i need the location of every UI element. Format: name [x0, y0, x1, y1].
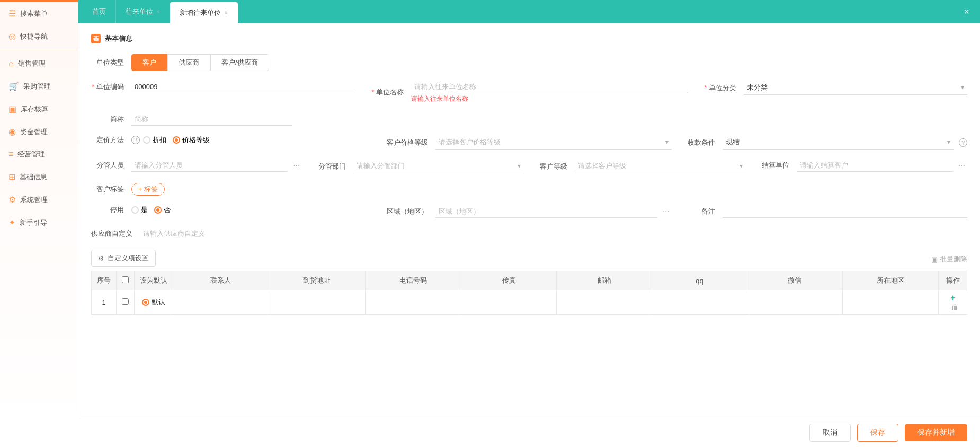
payment-value: 现结 [726, 137, 740, 147]
add-tag-btn[interactable]: + 标签 [131, 183, 165, 196]
row-contact-input[interactable] [179, 299, 263, 306]
name-error-msg: 请输入往来单位名称 [411, 94, 688, 103]
abbr-label: 简称 [91, 115, 128, 124]
tab-home[interactable]: 首页 [83, 0, 116, 23]
disabled-field: 停用 是 否 [91, 205, 376, 215]
supplier-custom-input[interactable] [140, 227, 314, 240]
row-index: 1 [92, 290, 117, 315]
add-row-btn[interactable]: + [950, 293, 955, 302]
pricing-row: 定价方法 ? 折扣 价格等级 客户价格等级 请选择客户价格等级 [91, 135, 967, 150]
save-new-button[interactable]: 保存并新增 [905, 424, 967, 441]
category-value: 未分类 [747, 83, 768, 92]
code-input[interactable] [131, 81, 355, 93]
close-partner-list-icon[interactable]: × [156, 8, 160, 15]
disabled-radio-yes-circle [131, 206, 139, 214]
th-fax: 传真 [461, 271, 557, 290]
disabled-radio-no[interactable]: 否 [154, 205, 171, 215]
settlement-dots-btn[interactable]: ··· [956, 161, 967, 170]
th-operation: 操作 [939, 271, 967, 290]
settlement-input[interactable] [797, 159, 953, 172]
th-wechat: 微信 [747, 271, 842, 290]
th-default: 设为默认 [135, 271, 173, 290]
cancel-button[interactable]: 取消 [809, 424, 851, 442]
tab-new-partner[interactable]: 新增往来单位 × [170, 2, 238, 23]
pricing-help-icon[interactable]: ? [131, 136, 140, 144]
customer-price-label: 客户价格等级 [387, 138, 432, 147]
batch-delete-btn[interactable]: ▣ 批量删除 [931, 255, 967, 264]
customer-price-field: 客户价格等级 请选择客户价格等级 ▾ [387, 135, 672, 150]
th-region: 所在地区 [842, 271, 939, 290]
row-phone-input[interactable] [371, 299, 456, 306]
sidebar-item-inventory[interactable]: ▣ 库存核算 [0, 98, 78, 120]
table-header-row: 序号 设为默认 联系人 到货地址 电话号码 传真 邮箱 qq 微信 所在地区 [92, 271, 967, 290]
tab-partner-list-label: 往来单位 [126, 7, 153, 16]
unit-type-btn-supplier[interactable]: 供应商 [167, 54, 210, 71]
sidebar-item-purchase[interactable]: 🛒 采购管理 [0, 75, 78, 98]
customer-price-select[interactable]: 请选择客户价格等级 ▾ [435, 135, 672, 150]
dept-chevron-icon: ▾ [518, 162, 521, 170]
region-dots-btn[interactable]: ··· [661, 207, 672, 216]
sidebar-item-search[interactable]: ☰ 搜索菜单 [0, 2, 78, 25]
del-row-btn[interactable]: 🗑 [951, 303, 958, 311]
category-select[interactable]: 未分类 ▾ [744, 81, 967, 95]
pricing-radio-level[interactable]: 价格等级 [173, 135, 210, 145]
row-qq-input[interactable] [657, 299, 741, 306]
sidebar-item-basicinfo[interactable]: ⊞ 基础信息 [0, 165, 78, 188]
save-button[interactable]: 保存 [857, 424, 898, 442]
customer-level-select[interactable]: 请选择客户等级 ▾ [575, 159, 746, 173]
row-default-radio[interactable]: 默认 [140, 297, 167, 307]
th-email: 邮箱 [557, 271, 652, 290]
close-window-icon[interactable]: × [957, 6, 976, 17]
sidebar-item-operation[interactable]: ≡ 经营管理 [0, 143, 78, 165]
row-address-input[interactable] [274, 299, 360, 306]
tab-bar: 首页 往来单位 × 新增往来单位 × × [78, 0, 980, 23]
section-title-basic: 基 基本信息 [91, 34, 967, 43]
customer-level-chevron-icon: ▾ [740, 162, 743, 170]
payment-select[interactable]: 现结 ▾ [723, 135, 954, 150]
abbr-input[interactable] [131, 113, 292, 126]
operation-icon: ≡ [8, 150, 13, 159]
disabled-yes-label: 是 [141, 205, 148, 215]
category-field: 单位分类 未分类 ▾ [703, 81, 967, 95]
purchase-icon: 🛒 [8, 81, 19, 91]
supplier-custom-row: 供应商自定义 [91, 227, 967, 240]
payment-help-icon[interactable]: ? [959, 138, 967, 147]
row-region-input[interactable] [848, 299, 933, 306]
unit-type-btn-customer[interactable]: 客户 [131, 54, 167, 71]
pricing-label: 定价方法 [91, 135, 128, 145]
unit-type-btn-both[interactable]: 客户/供应商 [210, 54, 269, 71]
customer-price-chevron-icon: ▾ [665, 138, 669, 146]
basicinfo-icon: ⊞ [8, 172, 15, 182]
row-email-input[interactable] [562, 299, 646, 306]
sidebar-item-quicknav[interactable]: ◎ 快捷导航 [0, 25, 78, 48]
disabled-radio-yes[interactable]: 是 [131, 205, 148, 215]
close-new-partner-icon[interactable]: × [224, 9, 228, 16]
tag-field: 客户标签 + 标签 [91, 183, 967, 196]
row-fax-input[interactable] [467, 299, 551, 306]
tag-label: 客户标签 [91, 185, 128, 194]
name-wrapper: 请输入往来单位名称 [411, 81, 688, 103]
abbr-field: 简称 [91, 113, 292, 126]
manager-input[interactable] [131, 159, 288, 172]
region-input[interactable] [435, 205, 657, 218]
sidebar-item-sales[interactable]: ⌂ 销售管理 [0, 52, 78, 75]
dept-select[interactable]: 请输入分管部门 ▾ [353, 159, 524, 173]
name-input[interactable] [411, 81, 688, 93]
disabled-radio-group: 是 否 [131, 205, 171, 215]
sidebar-item-finance[interactable]: ◉ 资金管理 [0, 120, 78, 143]
row-wechat-input[interactable] [753, 299, 837, 306]
row-checkbox[interactable] [122, 298, 129, 305]
dept-label: 分管部门 [313, 162, 350, 171]
remark-input[interactable] [723, 205, 967, 218]
pricing-radio-discount[interactable]: 折扣 [143, 135, 166, 145]
manager-dots-btn[interactable]: ··· [291, 161, 302, 170]
sidebar-item-newguide[interactable]: ✦ 新手引导 [0, 211, 78, 234]
sidebar-item-system[interactable]: ⚙ 系统管理 [0, 188, 78, 211]
th-address: 到货地址 [269, 271, 365, 290]
select-all-checkbox[interactable] [122, 276, 129, 283]
tab-home-label: 首页 [92, 7, 106, 16]
settlement-field: 结算单位 ··· [756, 159, 968, 172]
custom-settings-btn[interactable]: ⚙ 自定义项设置 [91, 250, 156, 267]
tab-partner-list[interactable]: 往来单位 × [116, 0, 170, 23]
newguide-icon: ✦ [8, 217, 15, 227]
